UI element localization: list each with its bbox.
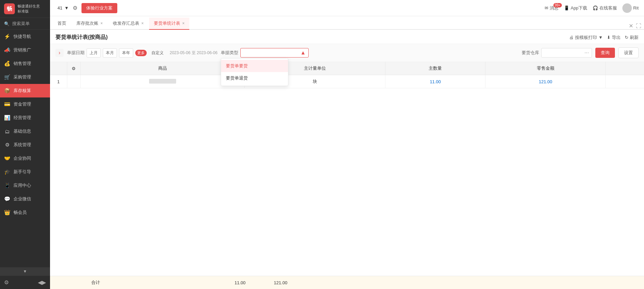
this-year-btn[interactable]: 本年 <box>119 48 133 58</box>
topbar-gear-icon[interactable]: ⚙ <box>73 5 77 11</box>
sidebar-item-quick-nav[interactable]: ⚡ 快捷导航 <box>0 30 50 43</box>
tab-order-stats[interactable]: 要货单统计表 × <box>149 18 189 30</box>
col-product: 商品 <box>80 62 245 75</box>
tab-close-icon[interactable]: × <box>141 21 144 26</box>
message-icon: ✉ <box>545 5 548 10</box>
sidebar-item-label: 库存核算 <box>14 88 31 94</box>
warehouse-select[interactable]: ··· <box>541 48 592 58</box>
app-icon: 📱 <box>564 5 569 10</box>
total-text: 合计 <box>91 280 100 285</box>
sidebar-scroll-down[interactable]: ▼ <box>0 267 50 275</box>
tab-home[interactable]: 首页 <box>53 18 71 30</box>
sidebar-footer: ⚙ ◀▶ <box>0 275 50 289</box>
print-icon: 🖨 <box>569 35 574 40</box>
sidebar-item-wechat[interactable]: 💬 企业微信 <box>0 192 50 206</box>
cell-qty: 11.00 <box>385 75 485 88</box>
refresh-icon: ↻ <box>625 35 628 40</box>
enterprise-icon: 🤝 <box>4 155 10 161</box>
sidebar-nav: ⚡ 快捷导航 📣 营销推广 💰 销售管理 🛒 采购管理 📦 库存核算 💳 资金管… <box>0 30 50 267</box>
sidebar-item-enterprise[interactable]: 🤝 企业协同 <box>0 152 50 165</box>
app-download-btn[interactable]: 📱 App下载 <box>564 5 587 11</box>
user-name: Rit <box>633 5 639 10</box>
more-dates-badge[interactable]: 更多 <box>135 50 147 56</box>
this-month-btn[interactable]: 本月 <box>103 48 117 58</box>
store-dropdown-icon: ▼ <box>64 5 69 10</box>
sidebar-item-label: 应用中心 <box>14 182 31 188</box>
refresh-label: 刷新 <box>630 35 639 41</box>
tab-label: 收发存汇总表 <box>113 20 139 26</box>
sidebar-item-sales[interactable]: 💰 销售管理 <box>0 57 50 70</box>
prev-month-btn[interactable]: 上月 <box>87 48 101 58</box>
table-row: 1 块 11.00 121.00 <box>50 75 644 88</box>
col-settings[interactable]: ⚙ <box>67 62 80 75</box>
print-btn[interactable]: 🖨 按模板打印 ▼ <box>569 35 603 41</box>
search-menu-item[interactable]: 🔍 搜索菜单 <box>0 18 50 30</box>
sidebar-item-label: 销售管理 <box>14 61 31 67</box>
close-all-tabs-icon[interactable]: ✕ <box>629 23 633 29</box>
sidebar-item-finance[interactable]: 💳 资金管理 <box>0 97 50 111</box>
service-label: 在线客服 <box>599 5 617 11</box>
logo-text: 畅捷通好生意 标准版 <box>18 4 40 14</box>
cell-index: 1 <box>50 75 67 88</box>
app-label: App下载 <box>571 5 587 11</box>
dropdown-item-order-goods[interactable]: 要货单要货 <box>221 60 288 72</box>
settings-icon[interactable]: ⚙ <box>4 279 9 286</box>
sidebar-item-marketing[interactable]: 📣 营销推广 <box>0 43 50 57</box>
sidebar-item-newbie[interactable]: 🎓 新手引导 <box>0 165 50 179</box>
sidebar-logo: 畅 畅捷通好生意 标准版 <box>0 0 50 18</box>
messages-btn[interactable]: ✉ 消息 99+ <box>545 5 558 11</box>
warehouse-filter-label: 要货仓库 <box>522 50 539 56</box>
dropdown-item-label: 要货单退货 <box>226 75 248 81</box>
wechat-icon: 💬 <box>4 196 10 202</box>
filter-settings-btn[interactable]: 设置 <box>618 47 639 58</box>
export-label: 导出 <box>612 35 621 41</box>
basic-info-icon: 🗂 <box>4 129 10 134</box>
sidebar-item-basic-info[interactable]: 🗂 基础信息 <box>0 125 50 138</box>
type-filter-group: 单据类型 ▲ 要货单要货 要货单退货 <box>221 48 309 58</box>
store-num: 41 <box>57 5 62 10</box>
tab-receipt-summary[interactable]: 收发存汇总表 × <box>108 18 148 30</box>
total-qty: 11.00 <box>220 280 260 285</box>
page-container: 要货单统计表(按商品) 🖨 按模板打印 ▼ ⬇ 导出 ↻ 刷新 <box>50 30 644 289</box>
tab-home-label: 首页 <box>57 20 66 26</box>
sidebar-item-purchase[interactable]: 🛒 采购管理 <box>0 70 50 84</box>
export-btn[interactable]: ⬇ 导出 <box>607 35 621 41</box>
sidebar-item-system[interactable]: ⚙ 系统管理 <box>0 138 50 152</box>
tab-close-icon[interactable]: × <box>182 21 185 26</box>
collapse-sidebar-icon[interactable]: ◀▶ <box>38 279 46 286</box>
warehouse-filter-group: 要货仓库 ··· <box>522 48 592 58</box>
sidebar-item-app-center[interactable]: 📱 应用中心 <box>0 179 50 192</box>
sidebar-item-label: 基础信息 <box>14 128 31 134</box>
type-select[interactable]: ▲ <box>240 48 309 58</box>
col-index <box>50 62 67 75</box>
print-dropdown-icon: ▼ <box>598 35 603 40</box>
type-select-input[interactable] <box>243 50 300 55</box>
tab-label: 要货单统计表 <box>154 20 180 26</box>
sidebar: 畅 畅捷通好生意 标准版 🔍 搜索菜单 ⚡ 快捷导航 📣 营销推广 💰 销售管理… <box>0 0 50 289</box>
custom-date-btn[interactable]: 自定义 <box>149 49 166 57</box>
filter-bar: › 单据日期 上月 本月 本年 更多 自定义 2023-05-06 至 2023… <box>50 44 644 62</box>
sidebar-item-label: 经营管理 <box>14 115 31 121</box>
sidebar-item-operations[interactable]: 📊 经营管理 <box>0 111 50 125</box>
filter-expand-btn[interactable]: › <box>55 49 64 57</box>
sidebar-item-inventory[interactable]: 📦 库存核算 <box>0 84 50 97</box>
search-label: 搜索菜单 <box>12 21 30 27</box>
dropdown-item-order-return[interactable]: 要货单退货 <box>221 72 288 84</box>
cell-settings <box>67 75 80 88</box>
product-name-placeholder <box>149 79 176 84</box>
tab-close-icon[interactable]: × <box>100 21 103 26</box>
expand-tabs-icon[interactable]: ⛶ <box>636 23 641 29</box>
logo-icon: 畅 <box>4 3 15 14</box>
refresh-btn[interactable]: ↻ 刷新 <box>625 35 639 41</box>
page-title: 要货单统计表(按商品) <box>55 34 108 41</box>
search-icon: 🔍 <box>4 21 9 26</box>
trial-btn[interactable]: 体验行业方案 <box>81 3 117 13</box>
sidebar-item-label: 企业微信 <box>14 196 31 202</box>
store-selector[interactable]: 41 ▼ <box>55 5 69 10</box>
query-btn[interactable]: 查询 <box>595 48 615 58</box>
warehouse-dots-icon: ··· <box>585 50 589 56</box>
user-avatar[interactable]: Rit <box>622 3 639 13</box>
tab-inventory-batch[interactable]: 库存批次账 × <box>72 18 108 30</box>
sidebar-item-member[interactable]: 👑 畅会员 <box>0 206 50 219</box>
online-service-btn[interactable]: 🎧 在线客服 <box>593 5 617 11</box>
